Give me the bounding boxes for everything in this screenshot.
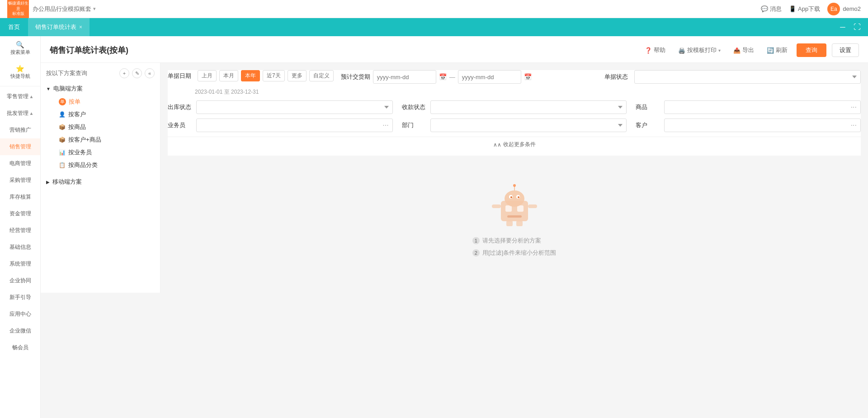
sidebar-item-app-center[interactable]: 应用中心	[0, 306, 40, 323]
collapse-left-btn[interactable]: «	[145, 68, 155, 78]
sidebar-item-basic[interactable]: 基础信息	[0, 239, 40, 256]
empty-illustration	[487, 183, 542, 228]
sidebar-item-purchase[interactable]: 采购管理	[0, 172, 40, 189]
page-title: 销售订单统计表(按单)	[50, 45, 128, 56]
date-btn-7days[interactable]: 近7天	[263, 70, 285, 81]
date-btn-this-month[interactable]: 本月	[219, 70, 238, 81]
tab-close-btn[interactable]: ×	[79, 24, 82, 30]
user-avatar[interactable]: Ea demo2	[827, 3, 861, 15]
page-header: 销售订单统计表(按单) ❓ 帮助 🖨️ 按模板打印 ▾ 📤 导出 🔄 刷新	[41, 36, 868, 63]
two-col-layout: 按以下方案查询 + ✎ « ▼ 电脑端方案 单 按单	[41, 63, 868, 293]
customer-cell: 客户 ···	[636, 119, 861, 132]
export-btn[interactable]: 📤 导出	[730, 44, 758, 56]
date-btn-this-year[interactable]: 本年	[241, 70, 260, 81]
query-btn[interactable]: 查询	[797, 43, 826, 57]
department-cell: 部门	[402, 119, 627, 132]
sidebar-item-inventory[interactable]: 库存核算	[0, 189, 40, 205]
print-dropdown-icon[interactable]: ▾	[718, 48, 721, 53]
tab-minimize-btn[interactable]: ─	[837, 22, 848, 33]
workspace-title: 办公用品行业模拟账套 ▾	[33, 5, 96, 13]
svg-rect-5	[528, 204, 537, 208]
left-panel-icon-group: + ✎ «	[119, 68, 155, 78]
sidebar-item-sales[interactable]: 销售管理	[0, 138, 40, 155]
sidebar-item-quick-nav[interactable]: ⭐ 快捷导航	[0, 60, 40, 84]
sidebar-item-system[interactable]: 系统管理	[0, 256, 40, 272]
date-btn-custom[interactable]: 自定义	[309, 70, 334, 81]
tree-mobile-expand-icon: ▶	[46, 180, 50, 185]
sidebar-item-finance[interactable]: 资金管理	[0, 205, 40, 222]
empty-hint-1: 请先选择要分析的方案	[482, 235, 541, 246]
refresh-icon: 🔄	[767, 47, 774, 54]
cal-end-icon[interactable]: 📅	[524, 73, 532, 81]
scheme-item-按客户商品[interactable]: 📦 按客户+商品	[44, 133, 160, 146]
salesperson-label: 业务员	[168, 121, 193, 129]
department-select[interactable]	[430, 119, 627, 132]
delivery-select[interactable]	[196, 100, 393, 114]
sidebar-item-membership[interactable]: 畅会员	[0, 339, 40, 356]
sidebar-item-enterprise-wechat[interactable]: 企业微信	[0, 323, 40, 339]
edit-scheme-btn[interactable]: ✎	[132, 68, 142, 78]
retail-arrow-icon: ▲	[29, 94, 34, 99]
scheme-item-按业务员[interactable]: 📊 按业务员	[44, 146, 160, 159]
scheme-icon-按业务员: 📊	[59, 149, 66, 156]
sidebar-item-wholesale[interactable]: 批发管理 ▲	[0, 105, 40, 122]
date-btn-last-month[interactable]: 上月	[198, 70, 217, 81]
right-panel: 单据日期 上月 本月 本年 近7天 更多 自定义	[160, 63, 868, 293]
status-select[interactable]	[634, 70, 861, 84]
salesperson-more-icon[interactable]: ···	[382, 121, 388, 129]
tab-bar-actions: ─ ⛶	[837, 22, 868, 33]
sidebar-item-newbie[interactable]: 新手引导	[0, 289, 40, 306]
date-filter-group: 上月 本月 本年 近7天 更多 自定义	[198, 70, 334, 81]
avatar-image: Ea	[827, 3, 840, 15]
tree-mobile-section[interactable]: ▶ 移动端方案	[41, 175, 160, 189]
expected-date-start[interactable]	[373, 70, 436, 84]
collapse-bar: ∧∧ 收起更多条件	[168, 137, 861, 152]
tree-pc-section[interactable]: ▼ 电脑端方案	[41, 82, 160, 95]
salesperson-cell: 业务员 ···	[168, 119, 393, 132]
sidebar-item-marketing[interactable]: 营销推广	[0, 122, 40, 138]
date-label: 单据日期	[168, 72, 195, 80]
message-btn[interactable]: 💬 消息	[761, 5, 782, 13]
workspace-dropdown-icon[interactable]: ▾	[93, 6, 96, 12]
scheme-item-按单[interactable]: 单 按单	[44, 95, 160, 108]
payment-select[interactable]	[430, 100, 627, 114]
left-panel-header: 按以下方案查询 + ✎ «	[41, 68, 160, 82]
print-icon: 🖨️	[678, 47, 685, 54]
print-btn[interactable]: 🖨️ 按模板打印 ▾	[675, 44, 724, 56]
add-scheme-btn[interactable]: +	[119, 68, 129, 78]
sidebar-item-operations[interactable]: 经营管理	[0, 222, 40, 239]
date-separator: —	[449, 74, 455, 81]
logo-text: 畅捷通好生意 标准版	[7, 1, 29, 17]
phone-icon: 📱	[789, 5, 796, 12]
help-icon: ❓	[645, 47, 652, 54]
product-more-icon[interactable]: ···	[851, 103, 857, 111]
svg-rect-3	[507, 215, 522, 218]
sidebar-item-ecommerce[interactable]: 电商管理	[0, 155, 40, 172]
help-btn[interactable]: ❓ 帮助	[641, 44, 669, 56]
tab-home[interactable]: 首页	[0, 18, 28, 36]
top-bar-right: 💬 消息 📱 App下载 Ea demo2	[761, 3, 861, 15]
empty-hint-2: 用[过滤]条件来缩小分析范围	[482, 247, 556, 258]
customer-more-icon[interactable]: ···	[851, 121, 857, 129]
sidebar-item-search[interactable]: 🔍 搜索菜单	[0, 36, 40, 60]
sidebar-item-enterprise[interactable]: 企业协同	[0, 272, 40, 289]
collapse-btn[interactable]: ∧∧ 收起更多条件	[493, 141, 536, 148]
app-download-btn[interactable]: 📱 App下载	[789, 5, 820, 13]
tab-sales-order-stat[interactable]: 销售订单统计表 ×	[28, 18, 90, 36]
svg-rect-2	[517, 205, 524, 212]
wholesale-arrow-icon: ▲	[29, 111, 34, 116]
scheme-item-按客户[interactable]: 👤 按客户	[44, 108, 160, 121]
export-icon: 📤	[733, 47, 741, 54]
date-range-text: 2023-01-01 至 2023-12-31	[195, 89, 259, 95]
sidebar-item-retail[interactable]: 零售管理 ▲	[0, 88, 40, 105]
refresh-btn[interactable]: 🔄 刷新	[763, 44, 791, 56]
tab-maximize-btn[interactable]: ⛶	[852, 22, 863, 33]
scheme-item-按商品[interactable]: 📦 按商品	[44, 121, 160, 133]
expected-date-end[interactable]	[458, 70, 521, 84]
cal-start-icon[interactable]: 📅	[439, 73, 447, 81]
svg-point-9	[510, 196, 512, 198]
settings-btn[interactable]: 设置	[832, 43, 859, 57]
quick-nav-icon: ⭐	[16, 65, 24, 73]
scheme-item-按商品分类[interactable]: 📋 按商品分类	[44, 159, 160, 171]
date-btn-more[interactable]: 更多	[288, 70, 307, 81]
